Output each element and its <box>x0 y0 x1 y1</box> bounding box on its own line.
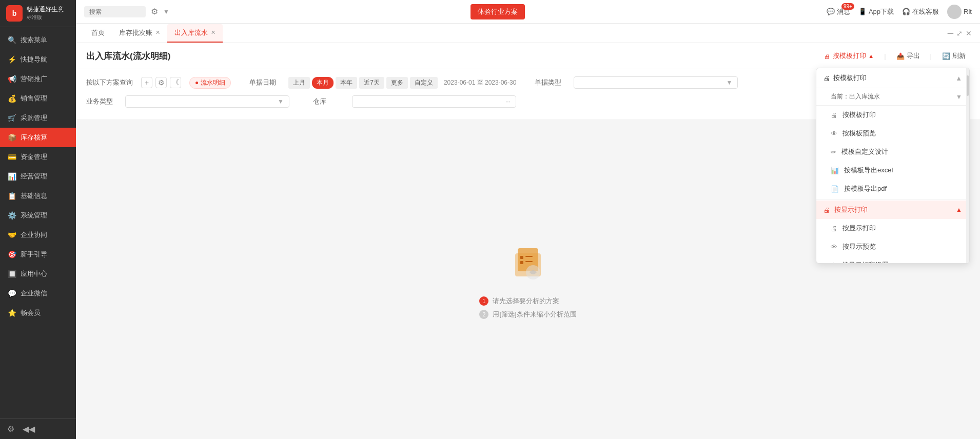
panel-title: 🖨 按模板打印 <box>824 73 867 83</box>
settings-scheme-button[interactable]: ⚙ <box>155 77 167 88</box>
template-excel-item[interactable]: 📊 按模板导出excel <box>816 161 969 179</box>
sidebar-item-corp[interactable]: 🤝 企业协同 <box>0 225 76 245</box>
template-preview-label: 按模板预览 <box>842 129 876 138</box>
filter-tag[interactable]: ● 流水明细 <box>189 77 231 89</box>
display-print-arrow[interactable]: ▲ <box>956 206 962 213</box>
template-preview-item[interactable]: 👁 按模板预览 <box>816 124 969 143</box>
corp-wechat-icon: 💬 <box>7 289 16 298</box>
tab-home[interactable]: 首页 <box>84 24 112 43</box>
printer-panel-icon: 🖨 <box>824 74 830 82</box>
sidebar-item-operation[interactable]: 📊 经营管理 <box>0 167 76 186</box>
print-template-label: 按模板打印 <box>833 51 866 61</box>
sales-icon: 💰 <box>7 94 16 103</box>
tab-close-all-icon[interactable]: ✕ <box>966 29 972 37</box>
date-btn-more[interactable]: 更多 <box>386 77 408 89</box>
collapse-scheme-button[interactable]: 《 <box>170 77 181 88</box>
member-icon: ⭐ <box>7 308 16 317</box>
sidebar-item-guide[interactable]: 🎯 新手引导 <box>0 245 76 264</box>
sidebar-item-finance[interactable]: 💳 资金管理 <box>0 147 76 167</box>
system-icon: ⚙️ <box>7 211 16 220</box>
tab-flow[interactable]: 出入库流水 ✕ <box>167 24 223 43</box>
sidebar-label-finance: 资金管理 <box>21 152 47 162</box>
finance-icon: 💳 <box>7 152 16 162</box>
display-preview-item[interactable]: 👁 按显示预览 <box>816 237 969 256</box>
trial-button[interactable]: 体验行业方案 <box>471 4 525 19</box>
sidebar-item-member[interactable]: ⭐ 畅会员 <box>0 303 76 323</box>
template-design-label: 模板自定义设计 <box>841 147 888 156</box>
page: 出入库流水(流水明细) 🖨 按模板打印 ▲ | 📤 导出 | 🔄 刷新 <box>76 43 980 439</box>
message-action[interactable]: 💬 消息 99+ <box>827 7 850 16</box>
type-label: 业务类型 <box>86 97 117 106</box>
date-btn-7days[interactable]: 近7天 <box>359 77 384 89</box>
refresh-icon: 🔄 <box>942 52 950 60</box>
export-button[interactable]: 📤 导出 <box>892 49 924 63</box>
svg-rect-3 <box>525 256 533 257</box>
sidebar-label-corp: 企业协同 <box>21 230 47 240</box>
print-template-button[interactable]: 🖨 按模板打印 ▲ <box>820 49 878 63</box>
template-design-item[interactable]: ✏ 模板自定义设计 <box>816 143 969 161</box>
warehouse-select[interactable]: ··· <box>352 95 516 108</box>
display-print-section-label: 按显示打印 <box>834 205 868 214</box>
display-preview-label: 按显示预览 <box>842 242 876 251</box>
topbar-left: ⚙ ▼ <box>84 6 169 17</box>
sidebar-item-purchase[interactable]: 🛒 采购管理 <box>0 108 76 128</box>
sidebar-item-sales[interactable]: 💰 销售管理 <box>0 89 76 108</box>
display-print-settings-item[interactable]: ⚙ 按显示打印设置 <box>816 256 969 263</box>
sidebar-item-search[interactable]: 🔍 搜索菜单 <box>0 30 76 50</box>
display-print-section-icon: 🖨 <box>824 206 830 214</box>
sidebar-item-basic[interactable]: 📋 基础信息 <box>0 186 76 206</box>
user-name: Rit <box>964 8 972 15</box>
add-scheme-button[interactable]: + <box>141 77 152 88</box>
tab-expand-icon[interactable]: ⤢ <box>956 29 963 37</box>
panel-collapse-icon[interactable]: ▲ <box>955 74 962 82</box>
print-icon-2: 🖨 <box>831 225 837 232</box>
operation-icon: 📊 <box>7 172 16 181</box>
doc-type-select[interactable]: ▼ <box>574 76 738 89</box>
dropdown-arrow-icon[interactable]: ▼ <box>163 8 169 15</box>
search-input[interactable] <box>84 6 146 17</box>
print-dropdown-arrow[interactable]: ▲ <box>868 53 874 59</box>
tab-flow-close[interactable]: ✕ <box>211 29 215 36</box>
svg-rect-4 <box>520 261 523 264</box>
template-print-item[interactable]: 🖨 按模板打印 <box>816 106 969 124</box>
sidebar-item-system[interactable]: ⚙️ 系统管理 <box>0 206 76 225</box>
online-service-action[interactable]: 🎧 在线客服 <box>902 7 939 16</box>
type-select[interactable]: ▼ <box>125 95 289 108</box>
tab-minimize-icon[interactable]: ─ <box>948 29 953 38</box>
sidebar-item-app-center[interactable]: 🔲 应用中心 <box>0 264 76 284</box>
sidebar-label-quick-nav: 快捷导航 <box>21 55 47 64</box>
date-btn-current-month[interactable]: 本月 <box>312 77 334 89</box>
date-filter: 上月 本月 本年 近7天 更多 自定义 2023-06-01 至 2023-06… <box>288 77 516 89</box>
tab-batch-close[interactable]: ✕ <box>155 29 160 36</box>
sidebar-item-inventory[interactable]: 📦 库存核算 <box>0 128 76 147</box>
panel-header: 🖨 按模板打印 ▲ <box>816 68 969 88</box>
sidebar-label-purchase: 采购管理 <box>21 113 47 123</box>
sidebar-item-quick-nav[interactable]: ⚡ 快捷导航 <box>0 50 76 69</box>
collapse-sidebar-icon[interactable]: ◀◀ <box>23 424 35 434</box>
print-icon-1: 🖨 <box>831 111 837 119</box>
settings-bottom-icon[interactable]: ⚙ <box>7 424 14 434</box>
template-pdf-item[interactable]: 📄 按模板导出pdf <box>816 179 969 198</box>
refresh-button[interactable]: 🔄 刷新 <box>938 49 970 63</box>
display-print-item[interactable]: 🖨 按显示打印 <box>816 219 969 237</box>
display-print-label: 按显示打印 <box>842 224 876 233</box>
current-label: 当前：出入库流水 <box>831 92 880 101</box>
user-action[interactable]: Rit <box>947 5 972 19</box>
design-icon: ✏ <box>831 148 836 156</box>
sidebar-label-operation: 经营管理 <box>21 172 47 181</box>
panel-scrollbar-thumb[interactable] <box>967 75 969 96</box>
main-content: ⚙ ▼ 体验行业方案 💬 消息 99+ 📱 App下载 🎧 在线客服 Rit <box>76 0 980 439</box>
app-download-action[interactable]: 📱 App下载 <box>858 7 894 16</box>
sidebar-item-marketing[interactable]: 📢 营销推广 <box>0 69 76 89</box>
sidebar-item-corp-wechat[interactable]: 💬 企业微信 <box>0 284 76 303</box>
display-print-header[interactable]: 🖨 按显示打印 ▲ <box>816 201 969 219</box>
quick-nav-icon: ⚡ <box>7 55 16 64</box>
corp-icon: 🤝 <box>7 230 16 240</box>
sidebar-label-member: 畅会员 <box>21 308 41 317</box>
current-arrow[interactable]: ▼ <box>956 93 962 101</box>
date-btn-last-month[interactable]: 上月 <box>288 77 310 89</box>
gear-icon[interactable]: ⚙ <box>151 7 158 16</box>
date-btn-year[interactable]: 本年 <box>336 77 357 89</box>
date-btn-custom[interactable]: 自定义 <box>410 77 438 89</box>
tab-batch[interactable]: 库存批次账 ✕ <box>112 24 167 43</box>
